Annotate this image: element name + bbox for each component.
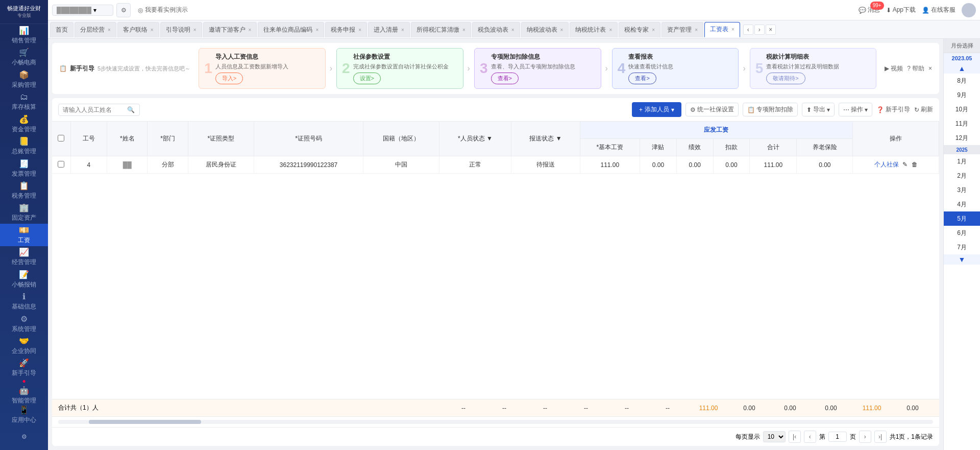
sidebar-item-finance[interactable]: 💰 资金管理 — [0, 113, 48, 135]
month-item-7[interactable]: 7月 — [944, 240, 980, 254]
month-item-9[interactable]: 9月 — [944, 88, 980, 102]
sidebar-item-guide[interactable]: 🚀 新手引导 — [0, 357, 48, 379]
close-icon[interactable]: × — [695, 27, 698, 33]
close-icon[interactable]: × — [652, 27, 655, 33]
online-service-button[interactable]: 👤 在线客服 — [922, 6, 955, 14]
tab-prev-button[interactable]: ‹ — [743, 25, 753, 35]
prev-page-button[interactable]: ‹ — [804, 431, 816, 443]
export-button[interactable]: ⬆ 导出 ▾ — [802, 103, 835, 116]
per-page-select[interactable]: 10 — [763, 431, 786, 442]
month-item-3[interactable]: 3月 — [944, 183, 980, 197]
tab-asset-mgmt[interactable]: 资产管理× — [662, 22, 703, 37]
close-icon[interactable]: × — [358, 27, 361, 33]
sidebar-item-ecommerce[interactable]: 🛒 小畅电商 — [0, 46, 48, 68]
sidebar-item-invoice[interactable]: 🧾 发票管理 — [0, 157, 48, 179]
refresh-button[interactable]: ↻ 刷新 — [914, 105, 933, 114]
sidebar-item-operations[interactable]: 📈 经营管理 — [0, 246, 48, 268]
month-item-2[interactable]: 2月 — [944, 169, 980, 183]
month-item-12[interactable]: 12月 — [944, 131, 980, 145]
close-icon[interactable]: × — [511, 27, 514, 33]
tab-product-code[interactable]: 往来单位商品编码× — [258, 22, 324, 37]
sidebar-item-ledger[interactable]: 📒 总账管理 — [0, 135, 48, 157]
page-input[interactable]: 1 — [828, 432, 847, 442]
tab-inventory-list[interactable]: 进入清册× — [368, 22, 410, 37]
user-avatar[interactable] — [962, 3, 976, 17]
message-button[interactable]: 💬 消息 99+ — [859, 6, 880, 14]
close-icon[interactable]: × — [151, 27, 154, 33]
table-scroll[interactable]: 工号 *姓名 *部门 *证照类型 *证照号码 国籍（地区） *人员状态 ▼ 报送… — [52, 122, 939, 399]
tab-tax-fluctuation[interactable]: 纳税波动表× — [521, 22, 569, 37]
month-item-4[interactable]: 4月 — [944, 197, 980, 211]
month-item-10[interactable]: 10月 — [944, 102, 980, 116]
social-settings-button[interactable]: ⚙ 统一社保设置 — [685, 103, 739, 116]
tab-salary-table[interactable]: 工资表× — [704, 22, 740, 37]
add-employee-button[interactable]: + 添加人员 ▾ — [632, 102, 681, 117]
next-page-button[interactable]: › — [859, 431, 871, 443]
scrollbar-track[interactable] — [58, 420, 933, 424]
step-btn-3[interactable]: 查看> — [491, 73, 519, 84]
tab-home[interactable]: 首页 — [50, 22, 74, 37]
scrollbar-thumb[interactable] — [89, 420, 201, 424]
close-icon[interactable]: × — [462, 27, 465, 33]
demo-link[interactable]: ◎ 我要看实例演示 — [138, 6, 188, 14]
tab-tax-burden[interactable]: 税负波动表× — [472, 22, 520, 37]
row-checkbox[interactable] — [58, 161, 64, 168]
month-down-button[interactable]: ▼ — [944, 254, 980, 265]
actions-button[interactable]: ⋯ 操作 ▾ — [839, 103, 872, 116]
close-icon[interactable]: × — [193, 27, 197, 33]
search-input-wrap[interactable]: 🔍 — [58, 104, 140, 116]
tab-invite[interactable]: 邀请下游客户× — [203, 22, 257, 37]
close-icon[interactable]: × — [108, 27, 111, 33]
first-page-button[interactable]: |‹ — [789, 431, 801, 443]
sidebar-item-inventory[interactable]: 🗂 库存核算 — [0, 90, 48, 112]
special-deduction-button[interactable]: 📋 专项附加扣除 — [743, 103, 798, 116]
edit-icon[interactable]: ✎ — [902, 161, 908, 168]
sidebar-item-assets[interactable]: 🏢 固定资产 — [0, 202, 48, 224]
tab-tax-check[interactable]: 税检专家× — [619, 22, 660, 37]
month-up-button[interactable]: ▲ — [944, 63, 980, 74]
month-item-11[interactable]: 11月 — [944, 116, 980, 131]
tab-income-tax[interactable]: 所得税汇算清缴× — [411, 22, 471, 37]
step-btn-2[interactable]: 设置> — [353, 73, 381, 84]
last-page-button[interactable]: ›| — [874, 431, 887, 443]
sidebar-item-collab[interactable]: 🤝 企业协同 — [0, 335, 48, 357]
tab-close-all-button[interactable]: × — [766, 25, 776, 35]
tab-tax-report[interactable]: 税务申报× — [325, 22, 367, 37]
close-icon[interactable]: × — [609, 27, 612, 33]
sidebar-item-ai[interactable]: ● 🤖 智能管理 — [0, 379, 48, 404]
tab-layered[interactable]: 分层经营× — [75, 22, 116, 37]
sidebar-item-sales[interactable]: 📊 销售管理 — [0, 24, 48, 46]
month-item-1[interactable]: 1月 — [944, 154, 980, 169]
close-icon[interactable]: × — [401, 27, 404, 33]
month-item-6[interactable]: 6月 — [944, 226, 980, 240]
sidebar-item-salary[interactable]: 💴 工资 — [0, 224, 48, 246]
tab-tax-stats[interactable]: 纳税统计表× — [570, 22, 618, 37]
sidebar-item-purchase[interactable]: 📦 采购管理 — [0, 68, 48, 90]
sidebar-item-expense[interactable]: 📝 小畅报销 — [0, 268, 48, 290]
close-icon[interactable]: × — [731, 27, 734, 32]
step-btn-1[interactable]: 导入> — [215, 73, 243, 84]
month-item-5[interactable]: 5月 — [944, 211, 980, 226]
guide-video-btn[interactable]: ▶ 视频 — [885, 64, 903, 73]
tab-next-button[interactable]: › — [754, 25, 765, 35]
sidebar-item-baseinfo[interactable]: ℹ 基础信息 — [0, 290, 48, 312]
search-input[interactable] — [63, 106, 124, 113]
guide-close-btn[interactable]: × — [928, 65, 932, 72]
personal-social-btn[interactable]: 个人社保 — [874, 161, 899, 168]
app-download-button[interactable]: ⬇ App下载 — [886, 6, 916, 14]
close-icon[interactable]: × — [315, 27, 318, 33]
delete-icon[interactable]: 🗑 — [912, 161, 918, 168]
step-btn-5[interactable]: 敬请期待> — [766, 73, 805, 84]
close-icon[interactable]: × — [560, 27, 564, 33]
settings-icon-btn[interactable]: ⚙ — [116, 3, 131, 17]
settings-button[interactable]: ⚙ — [0, 426, 48, 448]
sidebar-item-appcenter[interactable]: 📱 应用中心 — [0, 404, 48, 425]
month-item-8[interactable]: 8月 — [944, 74, 980, 88]
tab-guide[interactable]: 引导说明× — [160, 22, 202, 37]
tab-customer[interactable]: 客户联络× — [117, 22, 159, 37]
step-btn-4[interactable]: 查看> — [628, 73, 656, 84]
sidebar-item-system[interactable]: ⚙ 系统管理 — [0, 313, 48, 335]
company-selector[interactable]: ████████ ▾ — [52, 5, 113, 16]
select-all-checkbox[interactable] — [58, 135, 64, 141]
close-icon[interactable]: × — [249, 27, 252, 33]
